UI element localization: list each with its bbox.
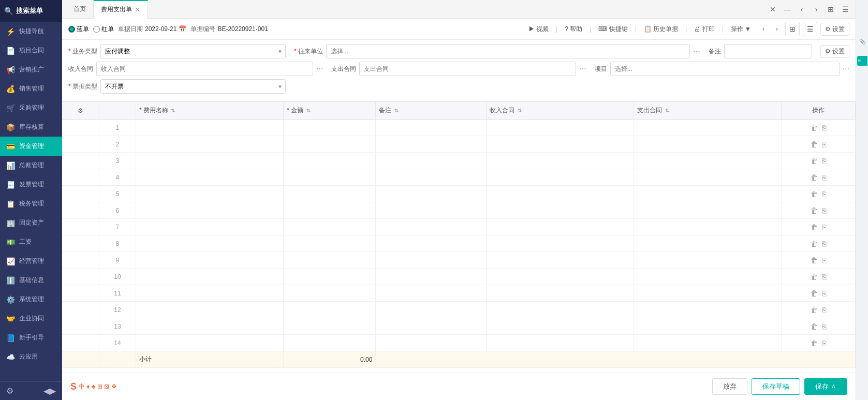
row-11-income[interactable] <box>487 285 634 302</box>
sidebar-item-project-contract[interactable]: 📄项目合同 <box>0 41 62 60</box>
row-8-expense[interactable] <box>634 235 782 252</box>
project-input[interactable] <box>610 62 840 76</box>
delete-icon-14[interactable]: 🗑 <box>811 339 818 347</box>
row-7-expense[interactable] <box>634 219 782 235</box>
save-draft-button[interactable]: 保存草稿 <box>752 378 800 395</box>
row-8-name[interactable] <box>136 235 284 252</box>
copy-icon-10[interactable]: ⎘ <box>822 273 826 281</box>
sidebar-item-fixed-assets[interactable]: 🏢固定资产 <box>0 213 62 232</box>
sidebar-item-system-management[interactable]: ⚙️系统管理 <box>0 290 62 309</box>
income-contract-more-icon[interactable]: ··· <box>316 64 323 73</box>
sidebar-item-enterprise-collab[interactable]: 🤝企业协同 <box>0 309 62 328</box>
row-4-amount[interactable] <box>284 169 376 186</box>
row-3-amount[interactable] <box>284 153 376 169</box>
discard-button[interactable]: 放弃 <box>712 378 747 395</box>
col-amount[interactable]: * 金额 ⇅ <box>284 102 376 120</box>
sidebar-item-sales-management[interactable]: 💰销售管理 <box>0 79 62 98</box>
row-11-note[interactable] <box>376 285 487 302</box>
row-11-expense[interactable] <box>634 285 782 302</box>
delete-icon-7[interactable]: 🗑 <box>811 223 818 231</box>
row-6-amount[interactable] <box>284 202 376 219</box>
row-12-income[interactable] <box>487 302 634 318</box>
tab-close-icon[interactable]: ✕ <box>135 6 140 13</box>
row-2-income[interactable] <box>487 136 634 153</box>
sidebar-item-capital-management[interactable]: 💳资金管理 <box>0 137 62 156</box>
delete-icon-1[interactable]: 🗑 <box>811 124 818 132</box>
row-9-income[interactable] <box>487 252 634 269</box>
row-9-amount[interactable] <box>284 252 376 269</box>
row-7-note[interactable] <box>376 219 487 235</box>
row-10-note[interactable] <box>376 269 487 285</box>
tab-grid-view[interactable]: ⊞ <box>825 3 837 16</box>
radio-red[interactable]: 红单 <box>93 25 114 34</box>
delete-icon-10[interactable]: 🗑 <box>811 273 818 281</box>
video-button[interactable]: ▶ 视频 <box>524 23 553 35</box>
operations-button[interactable]: 操作 ▼ <box>727 23 755 35</box>
row-13-amount[interactable] <box>284 318 376 335</box>
copy-icon-5[interactable]: ⎘ <box>822 190 826 198</box>
project-more-icon[interactable]: ··· <box>843 64 849 73</box>
row-9-note[interactable] <box>376 252 487 269</box>
copy-icon-6[interactable]: ⎘ <box>822 206 826 215</box>
row-8-amount[interactable] <box>284 235 376 252</box>
tab-list-view[interactable]: ☰ <box>839 3 851 16</box>
sidebar-item-basic-info[interactable]: ℹ️基础信息 <box>0 271 62 290</box>
sidebar-item-business-management[interactable]: 📈经营管理 <box>0 251 62 271</box>
row-6-income[interactable] <box>487 202 634 219</box>
save-button[interactable]: 保存 ∧ <box>804 378 847 395</box>
row-6-note[interactable] <box>376 202 487 219</box>
delete-icon-11[interactable]: 🗑 <box>811 289 818 298</box>
sort-income-icon[interactable]: ⇅ <box>518 108 522 113</box>
sidebar-item-inventory[interactable]: 📦库存核算 <box>0 117 62 137</box>
settings-button[interactable]: ⚙ 设置 <box>820 23 849 36</box>
settings-icon[interactable]: ⚙ <box>6 386 13 396</box>
copy-icon-9[interactable]: ⎘ <box>822 256 826 264</box>
row-1-note[interactable] <box>376 120 487 136</box>
row-8-note[interactable] <box>376 235 487 252</box>
copy-icon-4[interactable]: ⎘ <box>822 173 826 182</box>
row-10-amount[interactable] <box>284 269 376 285</box>
col-note[interactable]: 备注 ⇅ <box>376 102 487 120</box>
delete-icon-2[interactable]: 🗑 <box>811 140 818 149</box>
row-7-name[interactable] <box>136 219 284 235</box>
row-9-expense[interactable] <box>634 252 782 269</box>
shortcuts-button[interactable]: ⌨ 快捷键 <box>594 23 631 35</box>
expense-contract-input[interactable] <box>359 62 576 76</box>
row-2-expense[interactable] <box>634 136 782 153</box>
row-1-name[interactable] <box>136 120 284 136</box>
note-input[interactable] <box>724 44 812 58</box>
copy-icon-2[interactable]: ⎘ <box>822 140 826 149</box>
top-settings-button[interactable]: ⚙ 设置 <box>820 45 849 58</box>
row-4-note[interactable] <box>376 169 487 186</box>
row-14-name[interactable] <box>136 335 284 351</box>
row-1-income[interactable] <box>487 120 634 136</box>
row-14-income[interactable] <box>487 335 634 351</box>
row-10-expense[interactable] <box>634 269 782 285</box>
delete-icon-6[interactable]: 🗑 <box>811 206 818 215</box>
delete-icon-12[interactable]: 🗑 <box>811 306 818 314</box>
tab-next[interactable]: › <box>810 3 822 16</box>
row-3-name[interactable] <box>136 153 284 169</box>
copy-icon-13[interactable]: ⎘ <box>822 322 826 331</box>
gear-icon[interactable]: ⚙ <box>78 107 83 114</box>
invoice-type-select[interactable]: 不开票 普票 专票 <box>100 79 286 94</box>
sidebar-item-cloud-apps[interactable]: ☁️云应用 <box>0 347 62 366</box>
sidebar-item-tax-management[interactable]: 📋税务管理 <box>0 194 62 213</box>
row-5-amount[interactable] <box>284 186 376 202</box>
income-contract-input[interactable] <box>96 62 313 76</box>
row-10-income[interactable] <box>487 269 634 285</box>
row-2-amount[interactable] <box>284 136 376 153</box>
sort-expense-icon[interactable]: ⇅ <box>665 108 669 113</box>
tab-minimize[interactable]: — <box>781 3 793 16</box>
view-toggle-grid[interactable]: ⊞ <box>785 22 800 36</box>
nav-right[interactable]: › <box>772 24 782 34</box>
row-12-name[interactable] <box>136 302 284 318</box>
delete-icon-8[interactable]: 🗑 <box>811 240 818 248</box>
sidebar-item-quick-nav[interactable]: ⚡快捷导航 <box>0 22 62 41</box>
radio-blue[interactable]: 蓝单 <box>68 25 89 34</box>
row-3-expense[interactable] <box>634 153 782 169</box>
tab-home[interactable]: 首页 <box>66 0 94 19</box>
delete-icon-5[interactable]: 🗑 <box>811 190 818 198</box>
delete-icon-9[interactable]: 🗑 <box>811 256 818 264</box>
copy-icon-8[interactable]: ⎘ <box>822 240 826 248</box>
